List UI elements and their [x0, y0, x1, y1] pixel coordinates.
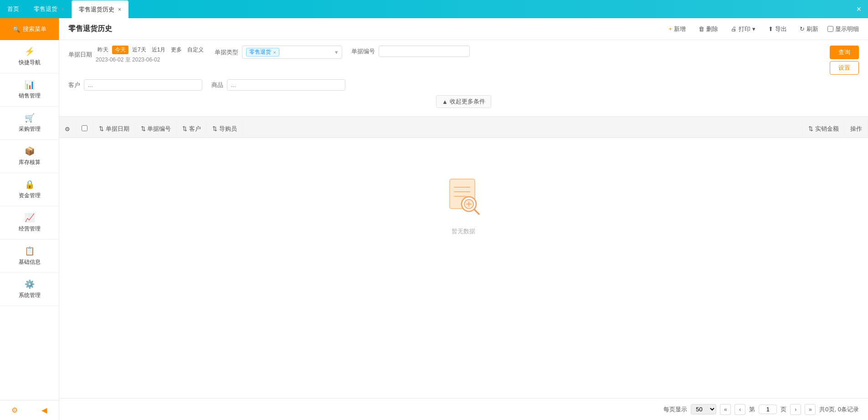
print-dropdown-icon: ▾ — [752, 26, 755, 32]
sidebar-item-system[interactable]: ⚙️ 系统管理 — [0, 273, 59, 306]
th-settings[interactable]: ⚙ — [59, 120, 76, 138]
query-setting-col: 查询 设置 — [830, 46, 859, 75]
finance-icon: 🔒 — [25, 179, 35, 190]
sidebar-item-operations[interactable]: 📈 经营管理 — [0, 206, 59, 240]
date-yesterday-btn[interactable]: 昨天 — [96, 46, 110, 54]
add-icon: + — [668, 26, 672, 32]
display-detail-checkbox-wrapper: 显示明细 — [827, 25, 859, 33]
data-table: ⚙ ⇅ 单据日期 ⇅ 单据编号 — [59, 120, 868, 272]
filter-type: 单据类型 零售退货 × ▾ — [215, 46, 342, 59]
first-page-button[interactable]: « — [720, 404, 731, 415]
sidebar-settings-button[interactable]: ⚙ — [0, 400, 30, 420]
sidebar-item-inventory[interactable]: 📦 库存核算 — [0, 140, 59, 173]
goods-input[interactable] — [227, 79, 345, 91]
sidebar-collapse-button[interactable]: ◀ — [30, 400, 59, 420]
sidebar-item-purchase[interactable]: 🛒 采购管理 — [0, 107, 59, 140]
page-size-select[interactable]: 10 20 50 100 — [691, 404, 716, 415]
purchase-icon: 🛒 — [25, 113, 35, 123]
date-quick-buttons: 昨天 今天 近7天 近1月 更多 自定义 — [96, 46, 205, 54]
filter-customer: 客户 — [68, 79, 202, 91]
add-button[interactable]: + 新增 — [665, 23, 689, 35]
delete-button[interactable]: 🗑 删除 — [695, 23, 722, 35]
filter-date: 单据日期 昨天 今天 近7天 近1月 更多 自定义 2023-06-02 至 2… — [68, 46, 205, 64]
date-7days-btn[interactable]: 近7天 — [130, 46, 148, 54]
next-page-button[interactable]: › — [790, 404, 801, 415]
sidebar-item-sales[interactable]: 📊 销售管理 — [0, 73, 59, 107]
empty-state: 暂无数据 — [59, 138, 868, 272]
th-amount[interactable]: ⇅ 实销金额 — [803, 120, 845, 138]
th-voucher-no[interactable]: ⇅ 单据编号 — [135, 120, 177, 138]
page-header: 零售退货历史 + 新增 🗑 删除 🖨 打印 ▾ ⬆ 导出 — [59, 18, 868, 40]
print-icon: 🖨 — [731, 26, 737, 32]
th-customer[interactable]: ⇅ 客户 — [177, 120, 207, 138]
query-button[interactable]: 查询 — [830, 46, 859, 59]
print-button[interactable]: 🖨 打印 ▾ — [727, 23, 759, 35]
tab-retail-return[interactable]: 零售退货 × — [26, 0, 72, 18]
th-guide[interactable]: ⇅ 导购员 — [206, 120, 242, 138]
system-icon: ⚙️ — [25, 279, 35, 289]
setting-button[interactable]: 设置 — [830, 61, 859, 75]
tab-retail-return-close[interactable]: × — [61, 6, 64, 12]
prev-page-button[interactable]: ‹ — [734, 404, 745, 415]
page-number-input[interactable] — [759, 405, 777, 414]
basic-info-icon: 📋 — [25, 246, 35, 256]
quick-nav-icon: ⚡ — [25, 46, 35, 56]
tab-retail-return-history-close[interactable]: × — [118, 6, 121, 13]
filter-goods: 商品 — [211, 79, 345, 91]
top-bar: 首页 零售退货 × 零售退货历史 × × — [0, 0, 868, 18]
export-icon: ⬆ — [768, 26, 773, 32]
pagination-bar: 每页显示 10 20 50 100 « ‹ 第 页 › » 共0页, 0条记录 — [59, 398, 868, 420]
sidebar: 🔍 搜索菜单 ⚡ 快捷导航 📊 销售管理 🛒 采购管理 📦 库存核算 🔒 资金管… — [0, 18, 59, 420]
type-tag-close[interactable]: × — [273, 50, 276, 55]
th-date[interactable]: ⇅ 单据日期 — [93, 120, 135, 138]
table-area: ⚙ ⇅ 单据日期 ⇅ 单据编号 — [59, 120, 868, 398]
collapse-filter-button[interactable]: ▲ 收起更多条件 — [436, 95, 491, 108]
empty-state-row: 暂无数据 — [59, 138, 868, 272]
type-select-arrow: ▾ — [335, 49, 338, 56]
th-action: 操作 — [845, 120, 868, 138]
filter-row-2: 客户 商品 — [68, 79, 859, 91]
table-body: 暂无数据 — [59, 138, 868, 272]
th-checkbox[interactable] — [76, 120, 93, 138]
filter-area: 单据日期 昨天 今天 近7天 近1月 更多 自定义 2023-06-02 至 2… — [59, 40, 868, 117]
select-all-checkbox[interactable] — [82, 125, 87, 131]
window-close-button[interactable]: × — [850, 0, 868, 18]
toolbar-actions: + 新增 🗑 删除 🖨 打印 ▾ ⬆ 导出 ↻ 刷 — [665, 23, 859, 35]
refresh-icon: ↻ — [800, 26, 805, 32]
sales-icon: 📊 — [25, 80, 35, 90]
date-range-text: 2023-06-02 至 2023-06-02 — [96, 56, 205, 64]
settings-icon: ⚙ — [65, 126, 70, 133]
content-area: 零售退货历史 + 新增 🗑 删除 🖨 打印 ▾ ⬆ 导出 — [59, 18, 868, 420]
sidebar-bottom: ⚙ ◀ — [0, 400, 59, 420]
svg-line-6 — [474, 210, 479, 214]
empty-state-icon — [441, 174, 486, 220]
type-select[interactable]: 零售退货 × ▾ — [242, 46, 342, 59]
delete-icon: 🗑 — [699, 26, 704, 32]
date-today-btn[interactable]: 今天 — [112, 46, 128, 54]
tab-home[interactable]: 首页 — [0, 0, 26, 18]
customer-input[interactable] — [84, 79, 202, 91]
table-header-row: ⚙ ⇅ 单据日期 ⇅ 单据编号 — [59, 120, 868, 138]
export-button[interactable]: ⬆ 导出 — [765, 23, 791, 35]
page-title: 零售退货历史 — [68, 24, 665, 34]
date-more-btn[interactable]: 更多 — [169, 46, 184, 54]
sidebar-search[interactable]: 🔍 搜索菜单 — [0, 18, 59, 40]
filter-voucher: 单据编号 — [351, 46, 470, 57]
display-detail-checkbox[interactable] — [827, 26, 833, 32]
sidebar-item-quick-nav[interactable]: ⚡ 快捷导航 — [0, 40, 59, 73]
operations-icon: 📈 — [25, 213, 35, 223]
refresh-button[interactable]: ↻ 刷新 — [796, 23, 822, 35]
date-custom-btn[interactable]: 自定义 — [185, 46, 205, 54]
date-1month-btn[interactable]: 近1月 — [150, 46, 168, 54]
last-page-button[interactable]: » — [805, 404, 816, 415]
search-icon: 🔍 — [13, 26, 20, 33]
collapse-icon: ▲ — [442, 98, 448, 105]
sidebar-item-finance[interactable]: 🔒 资金管理 — [0, 173, 59, 206]
filter-row-1: 单据日期 昨天 今天 近7天 近1月 更多 自定义 2023-06-02 至 2… — [68, 46, 859, 75]
sidebar-item-basic-info[interactable]: 📋 基础信息 — [0, 240, 59, 273]
main-layout: 🔍 搜索菜单 ⚡ 快捷导航 📊 销售管理 🛒 采购管理 📦 库存核算 🔒 资金管… — [0, 18, 868, 420]
type-tag: 零售退货 × — [246, 48, 279, 56]
inventory-icon: 📦 — [25, 146, 35, 156]
voucher-input[interactable] — [379, 46, 470, 57]
tab-retail-return-history[interactable]: 零售退货历史 × — [72, 0, 128, 19]
